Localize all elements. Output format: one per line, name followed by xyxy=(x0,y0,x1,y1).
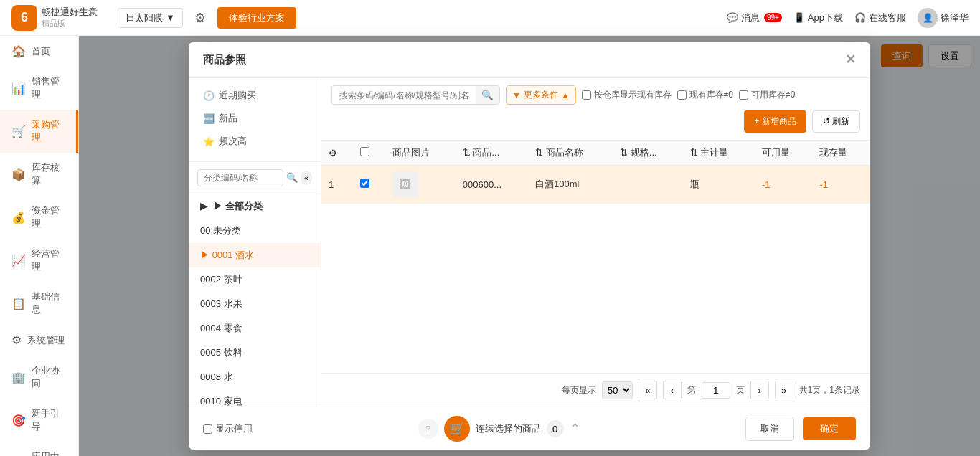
category-item-0004[interactable]: 0004 零食 xyxy=(189,316,321,341)
sidebar-item-home[interactable]: 🏠 首页 xyxy=(0,36,78,67)
next-page-button[interactable]: › xyxy=(750,381,769,399)
select-all-checkbox[interactable] xyxy=(360,147,369,156)
user-name: 徐泽华 xyxy=(941,11,969,24)
category-item-0001[interactable]: ▶ 0001 酒水 xyxy=(189,243,321,267)
category-item-0008[interactable]: 0008 水 xyxy=(189,365,321,389)
category-item-0002[interactable]: 0002 茶叶 xyxy=(189,267,321,292)
existing-stock-checkbox-label[interactable]: 现有库存≠0 xyxy=(677,89,733,101)
last-page-button[interactable]: » xyxy=(775,381,793,399)
sidebar-item-sales[interactable]: 📊 销售管理 xyxy=(0,67,78,110)
help-icon: ? xyxy=(425,424,430,434)
first-page-button[interactable]: « xyxy=(639,381,657,399)
product-search-box: 🔍 xyxy=(331,85,500,105)
sort-icon-3: ⇅ xyxy=(620,147,631,158)
category-item-0005[interactable]: 0005 饮料 xyxy=(189,341,321,365)
sidebar-label-guide: 新手引导 xyxy=(32,407,67,433)
product-reference-modal: 商品参照 ✕ 🕐 近期购买 🆕 xyxy=(189,42,870,450)
category-search-input[interactable] xyxy=(197,169,283,186)
page-size-select[interactable]: 50 xyxy=(602,381,633,399)
search-submit-button[interactable]: 🔍 xyxy=(476,86,499,104)
user-menu[interactable]: 👤 徐泽华 xyxy=(918,8,969,28)
row-checkbox[interactable] xyxy=(360,179,369,188)
store-selector[interactable]: 日太阳膜 ▼ xyxy=(118,8,183,28)
sidebar-label-operation: 经营管理 xyxy=(32,247,67,273)
cart-collapse-button[interactable]: ⌃ xyxy=(570,421,580,437)
sidebar-item-guide[interactable]: 🎯 新手引导 xyxy=(0,399,78,442)
cart-icon: 🛒 xyxy=(444,416,470,442)
col-code[interactable]: ⇅ 商品... xyxy=(456,141,528,166)
cta-button[interactable]: 体验行业方案 xyxy=(217,7,296,29)
available-stock-checkbox[interactable] xyxy=(739,90,748,100)
more-filter-button[interactable]: ▼ 更多条件 ▲ xyxy=(506,85,576,105)
row-available: -1 xyxy=(755,166,812,204)
show-disabled-label[interactable]: 显示停用 xyxy=(203,422,253,435)
sidebar-item-finance[interactable]: 💰 资金管理 xyxy=(0,196,78,239)
pagination: 每页显示 50 « ‹ 第 页 › » 共1页，1条记录 xyxy=(321,373,870,407)
modal-overlay: 商品参照 ✕ 🕐 近期购买 🆕 xyxy=(79,36,980,456)
col-img: 商品图片 xyxy=(385,141,456,166)
sidebar-label-finance: 资金管理 xyxy=(32,204,67,230)
existing-stock-checkbox[interactable] xyxy=(677,90,687,100)
cancel-button[interactable]: 取消 xyxy=(745,417,794,441)
table-row[interactable]: 1 🖼 000600... 白酒100ml xyxy=(321,166,870,204)
sidebar-item-operation[interactable]: 📈 经营管理 xyxy=(0,239,78,282)
col-name[interactable]: ⇅ 商品名称 xyxy=(528,141,613,166)
help-button[interactable]: ? xyxy=(418,419,438,439)
category-item-00[interactable]: 00 未分类 xyxy=(189,219,321,243)
quick-access: 🕐 近期购买 🆕 新品 ⭐ 频次高 xyxy=(189,78,321,158)
modal-header: 商品参照 ✕ xyxy=(189,42,870,78)
show-disabled-text: 显示停用 xyxy=(215,422,253,435)
all-category-item[interactable]: ▶ ▶ 全部分类 xyxy=(189,194,321,219)
recent-purchase-item[interactable]: 🕐 近期购买 xyxy=(197,84,312,107)
service-label: 在线客服 xyxy=(869,11,906,24)
available-stock-checkbox-label[interactable]: 可用库存≠0 xyxy=(739,89,795,101)
col-unit[interactable]: ⇅ 主计量 xyxy=(683,141,755,166)
gear-icon[interactable]: ⚙ xyxy=(194,10,206,26)
product-thumbnail: 🖼 xyxy=(392,171,418,197)
confirm-button[interactable]: 确定 xyxy=(803,417,856,440)
sidebar: 🏠 首页 📊 销售管理 🛒 采购管理 📦 库存核算 💰 资金管理 📈 经营管理 … xyxy=(0,36,79,456)
service-button[interactable]: 🎧 在线客服 xyxy=(854,11,906,24)
warehouse-checkbox-label[interactable]: 按仓库显示现有库存 xyxy=(582,89,672,101)
product-toolbar: 🔍 ▼ 更多条件 ▲ 按仓库显示现有库存 xyxy=(321,78,870,141)
warehouse-checkbox-text: 按仓库显示现有库存 xyxy=(594,89,672,101)
sidebar-label-enterprise: 企业协同 xyxy=(32,364,67,390)
guide-icon: 🎯 xyxy=(11,414,26,427)
frequent-item[interactable]: ⭐ 频次高 xyxy=(197,130,312,153)
warehouse-checkbox[interactable] xyxy=(582,90,591,100)
sidebar-label-apps: 应用中心 xyxy=(32,450,67,456)
modal-body: 🕐 近期购买 🆕 新品 ⭐ 频次高 xyxy=(189,78,870,407)
phone-icon: 📱 xyxy=(793,12,805,23)
category-panel: 🕐 近期购买 🆕 新品 ⭐ 频次高 xyxy=(189,78,321,407)
sort-icon: ⇅ xyxy=(463,147,473,158)
prev-page-button[interactable]: ‹ xyxy=(663,381,682,399)
sidebar-item-apps[interactable]: 📱 应用中心 xyxy=(0,442,78,456)
add-product-button[interactable]: + 新增商品 xyxy=(744,110,806,133)
cart-label: 连续选择的商品 xyxy=(476,422,541,435)
nav-right: 💬 消息 99+ 📱 App下载 🎧 在线客服 👤 徐泽华 xyxy=(727,8,969,28)
app-download-button[interactable]: 📱 App下载 xyxy=(793,11,843,24)
product-search-input[interactable] xyxy=(332,87,476,104)
settings-col-icon: ⚙ xyxy=(329,148,337,158)
category-item-0010[interactable]: 0010 家电 xyxy=(189,389,321,407)
sidebar-item-system[interactable]: ⚙ 系统管理 xyxy=(0,325,78,356)
sidebar-item-purchase[interactable]: 🛒 采购管理 xyxy=(0,110,78,153)
col-spec[interactable]: ⇅ 规格... xyxy=(613,141,682,166)
sidebar-item-inventory[interactable]: 📦 库存核算 xyxy=(0,153,78,196)
modal-close-button[interactable]: ✕ xyxy=(845,52,856,67)
avatar: 👤 xyxy=(918,8,938,28)
col-stock: 现存量 xyxy=(812,141,870,166)
filter-icon: ▼ xyxy=(512,90,521,100)
show-disabled-checkbox[interactable] xyxy=(203,424,212,434)
new-product-item[interactable]: 🆕 新品 xyxy=(197,107,312,130)
sidebar-item-base[interactable]: 📋 基础信息 xyxy=(0,282,78,325)
toolbar-right: + 新增商品 ↺ 刷新 xyxy=(744,110,860,133)
sidebar-item-enterprise[interactable]: 🏢 企业协同 xyxy=(0,356,78,399)
panel-collapse-button[interactable]: « xyxy=(301,171,312,185)
sidebar-label-home: 首页 xyxy=(32,45,50,58)
message-button[interactable]: 💬 消息 99+ xyxy=(727,11,782,24)
star-icon: ⭐ xyxy=(203,136,215,147)
refresh-button[interactable]: ↺ 刷新 xyxy=(812,110,860,133)
category-item-0003[interactable]: 0003 水果 xyxy=(189,292,321,316)
page-number-input[interactable] xyxy=(702,382,730,399)
